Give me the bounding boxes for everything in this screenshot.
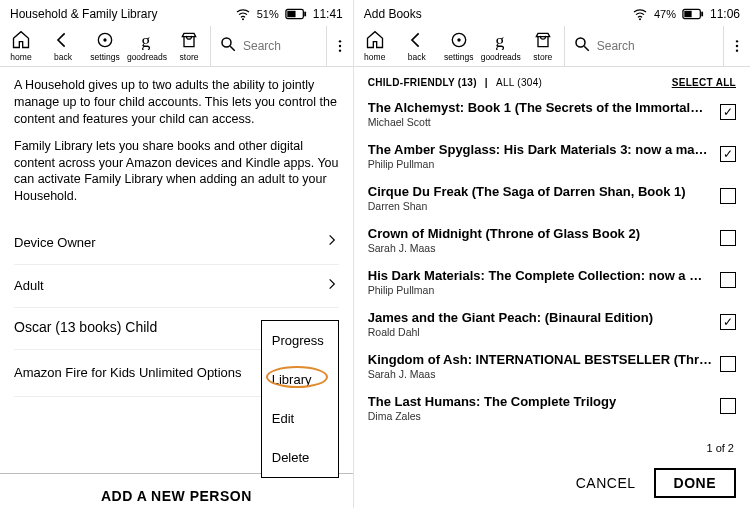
book-title: The Last Humans: The Complete Trilogy xyxy=(368,394,712,409)
book-checkbox[interactable] xyxy=(720,146,736,162)
book-title: The Amber Spyglass: His Dark Materials 3… xyxy=(368,142,712,157)
book-row[interactable]: The Last Humans: The Complete TrilogyDim… xyxy=(368,388,736,430)
book-author: Sarah J. Maas xyxy=(368,368,712,380)
pager: 1 of 2 xyxy=(368,440,736,462)
settings-button[interactable]: settings xyxy=(438,26,480,66)
book-author: Michael Scott xyxy=(368,116,712,128)
search-input[interactable] xyxy=(243,39,318,53)
battery-icon xyxy=(682,8,704,20)
row-adult[interactable]: Adult xyxy=(14,265,339,309)
back-button[interactable]: back xyxy=(42,26,84,66)
book-checkbox[interactable] xyxy=(720,356,736,372)
filter-all[interactable]: ALL (304) xyxy=(496,77,542,88)
more-button[interactable] xyxy=(327,26,353,66)
more-button[interactable] xyxy=(724,26,750,66)
book-title: James and the Giant Peach: (Binaural Edi… xyxy=(368,310,712,325)
book-row[interactable]: Cirque Du Freak (The Saga of Darren Shan… xyxy=(368,178,736,220)
wifi-icon xyxy=(235,6,251,22)
book-row[interactable]: The Amber Spyglass: His Dark Materials 3… xyxy=(368,136,736,178)
pane-household: Household & Family Library 51% 11:41 hom… xyxy=(0,0,353,508)
svg-rect-13 xyxy=(287,11,295,17)
svg-rect-12 xyxy=(304,12,306,17)
store-button[interactable]: store xyxy=(522,26,564,66)
intro-para-1: A Household gives up to two adults the a… xyxy=(14,77,339,128)
search-field[interactable] xyxy=(211,26,326,66)
goodreads-button[interactable]: goodreads xyxy=(480,26,522,66)
book-row[interactable]: His Dark Materials: The Complete Collect… xyxy=(368,262,736,304)
book-title: Cirque Du Freak (The Saga of Darren Shan… xyxy=(368,184,712,199)
search-input[interactable] xyxy=(597,39,715,53)
book-checkbox[interactable] xyxy=(720,230,736,246)
search-icon xyxy=(219,35,237,57)
menu-delete[interactable]: Delete xyxy=(262,438,338,477)
done-button[interactable]: DONE xyxy=(654,468,736,498)
book-title: Kingdom of Ash: INTERNATIONAL BESTSELLER… xyxy=(368,352,712,367)
child-role: Child xyxy=(125,319,157,335)
row-device-owner[interactable]: Device Owner xyxy=(14,221,339,265)
chevron-right-icon xyxy=(325,277,339,296)
clock: 11:06 xyxy=(710,7,740,21)
wifi-icon xyxy=(632,6,648,22)
book-checkbox[interactable] xyxy=(720,272,736,288)
status-bar: Household & Family Library 51% 11:41 xyxy=(0,0,353,26)
select-all-link[interactable]: SELECT ALL xyxy=(672,77,736,88)
book-author: Philip Pullman xyxy=(368,284,712,296)
pane-add-books: Add Books 47% 11:06 home back settings g… xyxy=(353,0,750,508)
menu-edit[interactable]: Edit xyxy=(262,399,338,438)
book-checkbox[interactable] xyxy=(720,104,736,120)
svg-rect-15 xyxy=(701,12,703,17)
battery-pct: 47% xyxy=(654,8,676,20)
cancel-button[interactable]: CANCEL xyxy=(572,469,640,497)
search-field[interactable] xyxy=(565,26,723,66)
book-row[interactable]: Kingdom of Ash: INTERNATIONAL BESTSELLER… xyxy=(368,346,736,388)
page-title: Household & Family Library xyxy=(10,7,235,21)
book-row[interactable]: James and the Giant Peach: (Binaural Edi… xyxy=(368,304,736,346)
book-checkbox[interactable] xyxy=(720,188,736,204)
book-author: Roald Dahl xyxy=(368,326,712,338)
search-icon xyxy=(573,35,591,57)
back-button[interactable]: back xyxy=(396,26,438,66)
book-title: Crown of Midnight (Throne of Glass Book … xyxy=(368,226,712,241)
intro-para-2: Family Library lets you share books and … xyxy=(14,138,339,206)
chevron-right-icon xyxy=(325,233,339,252)
book-author: Philip Pullman xyxy=(368,158,712,170)
home-button[interactable]: home xyxy=(0,26,42,66)
book-title: His Dark Materials: The Complete Collect… xyxy=(368,268,712,283)
goodreads-button[interactable]: goodreads xyxy=(126,26,168,66)
filter-child-friendly[interactable]: CHILD-FRIENDLY (13) xyxy=(368,77,477,88)
book-checkbox[interactable] xyxy=(720,398,736,414)
book-list: The Alchemyst: Book 1 (The Secrets of th… xyxy=(368,94,736,440)
store-button[interactable]: store xyxy=(168,26,210,66)
toolbar: home back settings goodreads store xyxy=(354,26,750,67)
add-person-button[interactable]: ADD A NEW PERSON xyxy=(0,473,353,508)
menu-library[interactable]: Library xyxy=(262,360,338,399)
status-bar: Add Books 47% 11:06 xyxy=(354,0,750,26)
clock: 11:41 xyxy=(313,7,343,21)
battery-pct: 51% xyxy=(257,8,279,20)
book-title: The Alchemyst: Book 1 (The Secrets of th… xyxy=(368,100,712,115)
book-author: Sarah J. Maas xyxy=(368,242,712,254)
battery-icon xyxy=(285,8,307,20)
child-name: Oscar (13 books) xyxy=(14,319,121,335)
toolbar: home back settings goodreads store xyxy=(0,26,353,67)
settings-button[interactable]: settings xyxy=(84,26,126,66)
book-row[interactable]: Crown of Midnight (Throne of Glass Book … xyxy=(368,220,736,262)
svg-rect-16 xyxy=(684,11,691,17)
home-button[interactable]: home xyxy=(354,26,396,66)
menu-progress[interactable]: Progress xyxy=(262,321,338,360)
book-author: Darren Shan xyxy=(368,200,712,212)
person-menu-popup: Progress Library Edit Delete xyxy=(261,320,339,478)
book-row[interactable]: The Alchemyst: Book 1 (The Secrets of th… xyxy=(368,94,736,136)
page-title: Add Books xyxy=(364,7,632,21)
book-checkbox[interactable] xyxy=(720,314,736,330)
book-author: Dima Zales xyxy=(368,410,712,422)
